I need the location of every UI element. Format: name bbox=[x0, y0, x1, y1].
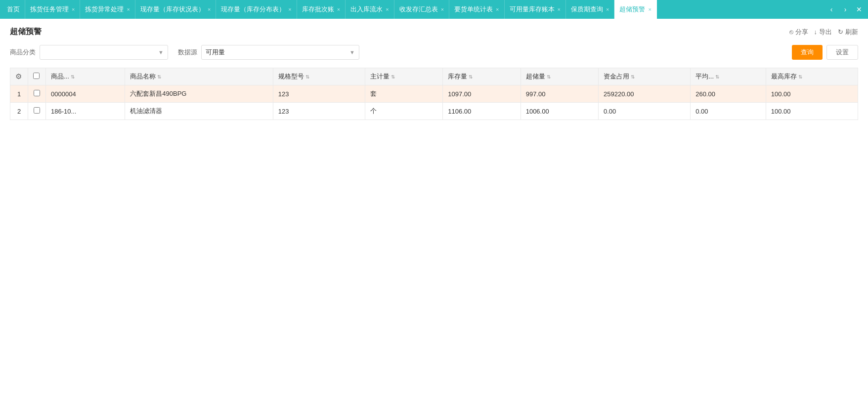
sort-spec[interactable]: 规格型号 ⇅ bbox=[278, 72, 309, 81]
cell-stock: 1106.00 bbox=[443, 103, 521, 120]
nav-item-home[interactable]: 首页 bbox=[2, 0, 25, 19]
table-row: 2 186-10... 机油滤清器 123 个 1106.00 1006.00 … bbox=[10, 103, 858, 120]
close-icon[interactable]: × bbox=[496, 6, 499, 12]
nav-item-available[interactable]: 可用量库存账本 × bbox=[505, 0, 566, 19]
nav-item-stock-dist[interactable]: 现存量（库存分布表） × bbox=[216, 0, 297, 19]
nav-more-button[interactable]: ✕ bbox=[852, 0, 866, 19]
row-checkbox[interactable] bbox=[34, 90, 40, 96]
category-select[interactable]: ▼ bbox=[40, 45, 168, 60]
query-button[interactable]: 查询 bbox=[792, 45, 823, 60]
cell-product-code: 186-10... bbox=[46, 103, 125, 120]
cell-max-stock: 100.00 bbox=[766, 103, 858, 120]
cell-product-name: 机油滤清器 bbox=[125, 103, 273, 120]
th-product-code[interactable]: 商品... ⇅ bbox=[46, 68, 125, 85]
sort-capital[interactable]: 资金占用 ⇅ bbox=[604, 72, 635, 81]
datasource-select[interactable]: 可用量 ▼ bbox=[201, 45, 359, 60]
datasource-value: 可用量 bbox=[206, 48, 225, 57]
cell-product-name: 六配套新昌490BPG bbox=[125, 85, 273, 103]
page-title-bar: 超储预警 ⎋ 分享 ↓ 导出 ↻ 刷新 bbox=[10, 27, 858, 37]
th-product-name[interactable]: 商品名称 ⇅ bbox=[125, 68, 273, 85]
page-title: 超储预警 bbox=[10, 27, 42, 37]
cell-unit: 个 bbox=[365, 103, 442, 120]
close-icon[interactable]: × bbox=[127, 6, 130, 12]
sort-icon: ⇅ bbox=[157, 74, 161, 79]
filter-bar: 商品分类 ▼ 数据源 可用量 ▼ 查询 设置 bbox=[10, 45, 858, 60]
th-capital[interactable]: 资金占用 ⇅ bbox=[599, 68, 691, 85]
close-icon[interactable]: × bbox=[558, 6, 561, 12]
cell-spec: 123 bbox=[273, 85, 365, 103]
nav-item-overstock[interactable]: 超储预警 × bbox=[614, 0, 656, 19]
close-icon[interactable]: × bbox=[337, 6, 340, 12]
cell-avg: 260.00 bbox=[691, 85, 766, 103]
sort-stock[interactable]: 库存量 ⇅ bbox=[448, 72, 473, 81]
row-checkbox[interactable] bbox=[34, 107, 40, 114]
nav-arrows: ‹ › ✕ bbox=[825, 0, 866, 19]
nav-item-shelf[interactable]: 保质期查询 × bbox=[566, 0, 614, 19]
sort-icon: ⇅ bbox=[469, 74, 473, 79]
table-header-row: ⚙ 商品... ⇅ 商品名称 ⇅ bbox=[10, 68, 858, 85]
sort-product-name[interactable]: 商品名称 ⇅ bbox=[130, 72, 161, 81]
sort-overstock[interactable]: 超储量 ⇅ bbox=[526, 72, 551, 81]
th-unit[interactable]: 主计量 ⇅ bbox=[365, 68, 442, 85]
nav-item-summary[interactable]: 收发存汇总表 × bbox=[394, 0, 449, 19]
chevron-down-icon: ▼ bbox=[158, 49, 164, 55]
close-icon[interactable]: × bbox=[606, 6, 609, 12]
nav-item-stock-status[interactable]: 现存量（库存状况表） × bbox=[135, 0, 216, 19]
row-checkbox-cell[interactable] bbox=[28, 85, 46, 103]
refresh-button[interactable]: ↻ 刷新 bbox=[838, 28, 858, 37]
top-navigation: 首页 拣货任务管理 × 拣货异常处理 × 现存量（库存状况表） × 现存量（库存… bbox=[0, 0, 868, 19]
nav-item-abnormal[interactable]: 拣货异常处理 × bbox=[80, 0, 135, 19]
refresh-icon: ↻ bbox=[838, 28, 843, 36]
toolbar-right: ⎋ 分享 ↓ 导出 ↻ 刷新 bbox=[789, 28, 859, 37]
close-icon[interactable]: × bbox=[208, 6, 211, 12]
cell-spec: 123 bbox=[273, 103, 365, 120]
setting-button[interactable]: 设置 bbox=[826, 45, 858, 60]
close-icon[interactable]: × bbox=[386, 6, 389, 12]
datasource-label: 数据源 bbox=[178, 48, 197, 57]
th-max-stock[interactable]: 最高库存 ⇅ bbox=[766, 68, 858, 85]
row-number: 1 bbox=[10, 85, 28, 103]
sort-icon: ⇅ bbox=[391, 74, 395, 79]
close-icon[interactable]: × bbox=[72, 6, 75, 12]
table-row: 1 0000004 六配套新昌490BPG 123 套 1097.00 997.… bbox=[10, 85, 858, 103]
th-settings[interactable]: ⚙ bbox=[10, 68, 28, 85]
sort-icon: ⇅ bbox=[71, 74, 75, 79]
category-filter-group: 商品分类 ▼ bbox=[10, 45, 168, 60]
sort-product-code[interactable]: 商品... ⇅ bbox=[51, 72, 75, 81]
sort-icon: ⇅ bbox=[547, 74, 551, 79]
sort-max-stock[interactable]: 最高库存 ⇅ bbox=[771, 72, 802, 81]
cell-overstock: 997.00 bbox=[521, 85, 598, 103]
cell-avg: 0.00 bbox=[691, 103, 766, 120]
nav-item-demand[interactable]: 要货单统计表 × bbox=[449, 0, 504, 19]
chevron-down-icon: ▼ bbox=[349, 49, 355, 55]
export-button[interactable]: ↓ 导出 bbox=[814, 28, 832, 37]
close-icon[interactable]: × bbox=[648, 6, 651, 12]
nav-item-task[interactable]: 拣货任务管理 × bbox=[25, 0, 80, 19]
share-button[interactable]: ⎋ 分享 bbox=[789, 28, 808, 37]
cell-capital: 0.00 bbox=[599, 103, 691, 120]
row-checkbox-cell[interactable] bbox=[28, 103, 46, 120]
sort-unit[interactable]: 主计量 ⇅ bbox=[370, 72, 395, 81]
nav-item-flow[interactable]: 出入库流水 × bbox=[346, 0, 394, 19]
nav-prev-button[interactable]: ‹ bbox=[825, 0, 838, 19]
th-avg[interactable]: 平均... ⇅ bbox=[691, 68, 766, 85]
cell-product-code: 0000004 bbox=[46, 85, 125, 103]
gear-icon[interactable]: ⚙ bbox=[15, 72, 22, 80]
th-checkbox[interactable] bbox=[28, 68, 46, 85]
sort-avg[interactable]: 平均... ⇅ bbox=[695, 72, 719, 81]
nav-item-batch[interactable]: 库存批次账 × bbox=[297, 0, 346, 19]
sort-icon: ⇅ bbox=[798, 74, 802, 79]
category-label: 商品分类 bbox=[10, 48, 36, 57]
cell-capital: 259220.00 bbox=[599, 85, 691, 103]
row-number: 2 bbox=[10, 103, 28, 120]
nav-next-button[interactable]: › bbox=[838, 0, 852, 19]
close-icon[interactable]: × bbox=[288, 6, 291, 12]
sort-icon: ⇅ bbox=[305, 74, 309, 79]
close-icon[interactable]: × bbox=[441, 6, 444, 12]
sort-icon: ⇅ bbox=[715, 74, 719, 79]
th-stock[interactable]: 库存量 ⇅ bbox=[443, 68, 521, 85]
th-spec[interactable]: 规格型号 ⇅ bbox=[273, 68, 365, 85]
select-all-checkbox[interactable] bbox=[33, 73, 40, 79]
th-overstock[interactable]: 超储量 ⇅ bbox=[521, 68, 598, 85]
filter-actions: 查询 设置 bbox=[792, 45, 858, 60]
